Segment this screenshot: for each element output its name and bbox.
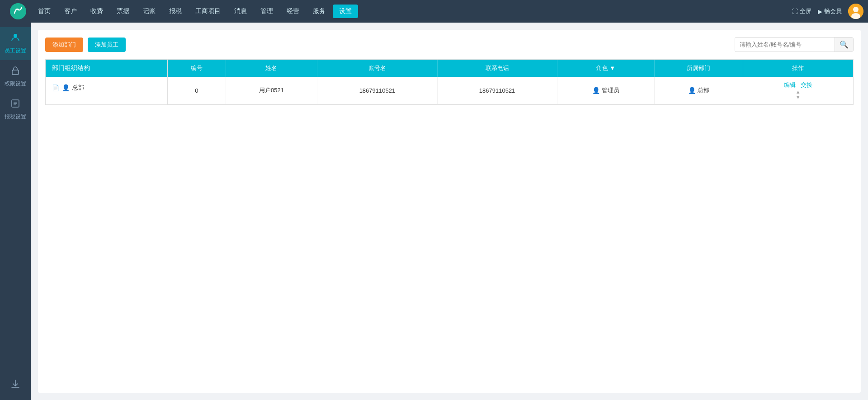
col-action: 操作: [743, 60, 853, 77]
download-icon: [10, 379, 20, 390]
svg-point-3: [853, 7, 859, 12]
sidebar-item-tax-label: 报税设置: [5, 113, 26, 121]
employee-icon: [10, 33, 20, 45]
add-staff-button[interactable]: 添加员工: [88, 38, 126, 52]
dept-node-root[interactable]: 📄 👤 总部: [52, 81, 161, 94]
vip-icon: ▶: [818, 8, 822, 15]
dept-person-icon: 👤: [688, 87, 696, 94]
col-account: 账号名: [317, 60, 437, 77]
search-input[interactable]: [735, 38, 835, 51]
tax-icon: [10, 99, 20, 111]
nav-item-服务[interactable]: 服务: [307, 5, 332, 18]
nav-item-设置[interactable]: 设置: [333, 5, 358, 18]
dept-tree: 部门组织结构 📄 👤 总部: [45, 59, 167, 105]
nav-item-经营[interactable]: 经营: [280, 5, 306, 18]
cell-dept: 👤 总部: [655, 77, 743, 104]
avatar[interactable]: [848, 4, 863, 19]
nav-items: 首页客户收费票据记账报税工商项目消息管理经营服务设置: [32, 5, 792, 18]
table-row: 0 用户0521 18679110521 18679110521 👤 管理员: [168, 77, 853, 104]
col-role[interactable]: 角色 ▼: [557, 60, 655, 77]
dept-tree-header: 部门组织结构: [46, 60, 167, 77]
col-dept: 所属部门: [655, 60, 743, 77]
sidebar-item-employee[interactable]: 员工设置: [0, 27, 31, 60]
employee-table: 编号 姓名 账号名 联系电话 角色 ▼ 所属部门 操作: [168, 60, 853, 104]
nav-right: ⛶ 全屏 ▶ 畅会员: [792, 4, 863, 19]
scroll-up-icon[interactable]: ▲: [796, 89, 801, 94]
permission-icon: [10, 66, 20, 78]
cell-id: 0: [168, 77, 226, 104]
nav-item-工商项目[interactable]: 工商项目: [189, 5, 227, 18]
scroll-down-icon[interactable]: ▼: [796, 94, 801, 100]
employee-table-wrap: 编号 姓名 账号名 联系电话 角色 ▼ 所属部门 操作: [167, 59, 854, 105]
nav-item-客户[interactable]: 客户: [58, 5, 83, 18]
cell-name: 用户0521: [226, 77, 317, 104]
toolbar: 添加部门 添加员工 🔍: [45, 37, 854, 52]
role-icon: 👤: [592, 87, 600, 94]
svg-rect-6: [12, 70, 19, 75]
table-body: 0 用户0521 18679110521 18679110521 👤 管理员: [168, 77, 853, 104]
nav-item-消息[interactable]: 消息: [228, 5, 253, 18]
svg-point-0: [10, 3, 26, 19]
dept-label: 总部: [698, 86, 709, 94]
main-content: 添加部门 添加员工 🔍 部门组织结构 📄 👤 总部: [31, 23, 868, 400]
role-label: 管理员: [602, 86, 619, 94]
edit-link[interactable]: 编辑: [784, 81, 796, 88]
nav-item-首页[interactable]: 首页: [32, 5, 57, 18]
transfer-link[interactable]: 交接: [801, 81, 812, 88]
person-icon: 👤: [62, 84, 70, 91]
add-dept-button[interactable]: 添加部门: [45, 38, 83, 52]
cell-role: 👤 管理员: [557, 77, 655, 104]
search-bar: 🔍: [735, 37, 854, 52]
vip-button[interactable]: ▶ 畅会员: [818, 7, 842, 15]
sidebar-bottom: [0, 373, 31, 395]
top-navigation: 首页客户收费票据记账报税工商项目消息管理经营服务设置 ⛶ 全屏 ▶ 畅会员: [0, 0, 868, 23]
nav-item-票据[interactable]: 票据: [110, 5, 136, 18]
scroll-arrows: ▲ ▼: [749, 89, 848, 100]
col-id: 编号: [168, 60, 226, 77]
fullscreen-button[interactable]: ⛶ 全屏: [792, 7, 811, 15]
nav-item-管理[interactable]: 管理: [254, 5, 279, 18]
search-button[interactable]: 🔍: [835, 38, 853, 52]
sidebar-item-permission[interactable]: 权限设置: [0, 60, 31, 93]
dept-node-label: 总部: [72, 84, 84, 92]
fullscreen-label: 全屏: [800, 7, 811, 15]
cell-account: 18679110521: [317, 77, 437, 104]
fullscreen-icon: ⛶: [792, 8, 798, 15]
cell-phone: 18679110521: [437, 77, 557, 104]
logo: [5, 3, 32, 19]
nav-item-报税[interactable]: 报税: [163, 5, 188, 18]
cell-actions: 编辑 交接 ▲ ▼: [743, 77, 853, 104]
svg-point-5: [14, 34, 17, 38]
table-header: 编号 姓名 账号名 联系电话 角色 ▼ 所属部门 操作: [168, 60, 853, 77]
sidebar-download-button[interactable]: [0, 373, 31, 395]
search-icon: 🔍: [840, 41, 849, 48]
nav-item-收费[interactable]: 收费: [84, 5, 109, 18]
sidebar-item-permission-label: 权限设置: [5, 80, 26, 88]
col-name: 姓名: [226, 60, 317, 77]
content-area: 添加部门 添加员工 🔍 部门组织结构 📄 👤 总部: [38, 30, 861, 393]
sidebar-item-tax[interactable]: 报税设置: [0, 93, 31, 126]
nav-item-记账[interactable]: 记账: [137, 5, 162, 18]
dept-tree-body: 📄 👤 总部: [46, 77, 167, 99]
vip-label: 畅会员: [824, 7, 842, 15]
sidebar-item-employee-label: 员工设置: [5, 47, 26, 55]
body-layout: 部门组织结构 📄 👤 总部 编号 姓名 账号名: [45, 59, 854, 105]
sidebar: 员工设置 权限设置 报税设置: [0, 23, 31, 400]
svg-point-1: [17, 9, 19, 10]
file-icon: 📄: [52, 85, 59, 91]
col-phone: 联系电话: [437, 60, 557, 77]
